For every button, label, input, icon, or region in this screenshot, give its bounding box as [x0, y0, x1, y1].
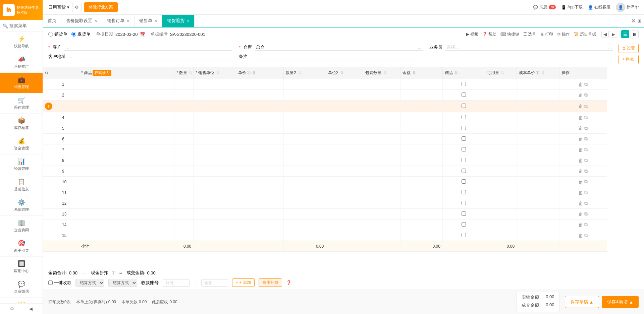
- copy-row-btn[interactable]: ⧉: [584, 147, 588, 152]
- gift-checkbox[interactable]: [462, 222, 466, 227]
- settings-bottom-icon[interactable]: ⚙: [10, 306, 14, 311]
- cell-product[interactable]: [79, 101, 174, 112]
- copy-row-btn[interactable]: ⧉: [584, 222, 588, 228]
- sidebar-item-operation[interactable]: 📊 经营管理: [0, 154, 43, 175]
- add-button[interactable]: + + 添加: [232, 278, 255, 287]
- online-service-button[interactable]: 👤 在线客服: [588, 4, 610, 10]
- delete-row-btn[interactable]: 🗑: [578, 104, 583, 109]
- address-input[interactable]: [70, 54, 231, 59]
- customer-input-wrapper[interactable]: [64, 44, 232, 51]
- th-qty[interactable]: * 数量 ⇅: [174, 67, 194, 79]
- radio-delivery[interactable]: 销货单: [48, 31, 67, 37]
- sidebar-item-inventory[interactable]: 📦 库存核算: [0, 114, 43, 134]
- tab-home[interactable]: 首页: [43, 15, 61, 27]
- delete-row-btn[interactable]: 🗑: [578, 125, 583, 131]
- user-profile[interactable]: 👤 徐泽华: [616, 3, 639, 12]
- sidebar-search[interactable]: 🔍 搜索菜单: [0, 20, 43, 32]
- address-input-wrapper[interactable]: [68, 53, 232, 60]
- one-click-pay-input[interactable]: [48, 280, 53, 285]
- gift-checkbox[interactable]: [462, 190, 466, 194]
- message-button[interactable]: 💬 消息 70: [533, 4, 556, 10]
- breadcrumb[interactable]: 日用百货 ▾: [48, 4, 69, 10]
- copy-row-btn[interactable]: ⧉: [584, 158, 588, 163]
- cell-qty[interactable]: [174, 90, 194, 101]
- th-available[interactable]: 可用量 ⇅: [485, 67, 517, 79]
- collapse-icon[interactable]: ◀: [29, 306, 33, 311]
- gift-checkbox[interactable]: [462, 115, 466, 119]
- tab-menu-icon[interactable]: ⊞: [638, 18, 641, 23]
- sidebar-item-finance[interactable]: 💰 资金管理: [0, 134, 43, 154]
- cell-qty2[interactable]: [283, 101, 326, 112]
- cell-gift[interactable]: [442, 90, 485, 101]
- add-row-button[interactable]: +: [45, 103, 52, 110]
- copy-row-btn[interactable]: ⧉: [584, 136, 588, 142]
- th-gift[interactable]: 赠品 ⇅: [442, 67, 485, 79]
- experience-button[interactable]: 体验行业方案: [84, 2, 118, 12]
- tab-price-settings-close[interactable]: ✕: [94, 19, 97, 23]
- cell-available[interactable]: [485, 79, 517, 90]
- gift-checkbox[interactable]: [462, 233, 466, 237]
- th-price[interactable]: 单价 ⓘ ⇅: [236, 67, 283, 79]
- gift-checkbox[interactable]: [462, 179, 466, 184]
- header-settings-button[interactable]: ⚙: [72, 3, 82, 12]
- product-input[interactable]: [81, 82, 172, 87]
- cell-unit[interactable]: [194, 101, 236, 112]
- cell-qty2[interactable]: [283, 90, 326, 101]
- salesperson-input[interactable]: [446, 45, 608, 50]
- th-qty2[interactable]: 数量2 ⇅: [283, 67, 326, 79]
- copy-row-btn[interactable]: ⧉: [584, 125, 588, 131]
- copy-row-btn[interactable]: ⧉: [584, 200, 588, 206]
- sidebar-item-guide[interactable]: 🎯 新手引导: [0, 236, 43, 257]
- feiyi-button[interactable]: 费用分摊: [259, 278, 282, 287]
- copy-row-btn[interactable]: ⧉: [584, 104, 588, 109]
- prev-record-btn[interactable]: ◀: [601, 31, 609, 38]
- th-unit[interactable]: * 销售单位 ⇅: [194, 67, 236, 79]
- toolbar-select[interactable]: ☰ 选单: [523, 32, 536, 37]
- cell-gift[interactable]: [442, 79, 485, 90]
- cell-unit[interactable]: [194, 90, 236, 101]
- active-product-input[interactable]: [81, 104, 172, 109]
- copy-row-btn[interactable]: ⧉: [584, 81, 588, 87]
- sidebar-item-apps[interactable]: 🔲 应用中心: [0, 257, 43, 277]
- calendar-icon[interactable]: 📅: [140, 32, 145, 37]
- tab-sales-delivery[interactable]: 销售单 ✕: [135, 15, 162, 27]
- copy-row-btn[interactable]: ⧉: [584, 115, 588, 120]
- gift-checkbox[interactable]: [462, 211, 466, 216]
- scan-input-button[interactable]: 扫码录入: [93, 70, 111, 76]
- tab-sales-return[interactable]: 销货退货 ✕: [162, 15, 195, 27]
- account-input[interactable]: [163, 279, 190, 287]
- gift-checkbox[interactable]: [462, 169, 466, 173]
- delete-row-btn[interactable]: 🗑: [578, 115, 583, 120]
- copy-row-btn[interactable]: ⧉: [584, 179, 588, 185]
- cell-unit2[interactable]: [326, 90, 363, 101]
- calc-method-select[interactable]: 结算方式: [108, 279, 137, 287]
- tab-close-all-icon[interactable]: ✕: [631, 18, 636, 24]
- copy-row-btn[interactable]: ⧉: [584, 233, 588, 238]
- cell-pack[interactable]: [363, 90, 400, 101]
- cell-amount[interactable]: [400, 90, 442, 101]
- logistics-button[interactable]: + 物流: [619, 55, 639, 64]
- th-pack[interactable]: 包装数量 ⇅: [363, 67, 400, 79]
- sidebar-item-quick-nav[interactable]: ⚡ 快捷导航: [0, 32, 43, 52]
- sidebar-item-member[interactable]: 👑 畅会员: [0, 298, 43, 303]
- cell-add[interactable]: +: [43, 101, 60, 112]
- radio-return-input[interactable]: [71, 32, 76, 37]
- cell-product[interactable]: [79, 90, 174, 101]
- toolbar-shortcut[interactable]: ⌨ 快捷键: [500, 32, 519, 37]
- cell-qty2[interactable]: [283, 79, 326, 90]
- sidebar-item-basic[interactable]: 📋 基础信息: [0, 175, 43, 195]
- save-draft-button[interactable]: 保存草稿 ▲: [565, 296, 599, 308]
- gift-checkbox[interactable]: [462, 158, 466, 162]
- tab-sales-return-close[interactable]: ✕: [186, 19, 190, 23]
- settlement-method-select[interactable]: 结算方式: [75, 279, 104, 287]
- next-record-btn[interactable]: ▶: [610, 31, 617, 38]
- th-cost[interactable]: 成本单价 ⓘ ⇅: [517, 67, 559, 79]
- cell-pack[interactable]: [363, 79, 400, 90]
- sidebar-item-wechat[interactable]: 💬 企业微信: [0, 277, 43, 298]
- cell-amount[interactable]: [400, 101, 442, 112]
- delete-row-btn[interactable]: 🗑: [578, 222, 583, 228]
- delete-row-btn[interactable]: 🗑: [578, 179, 583, 185]
- cell-cost[interactable]: [517, 79, 559, 90]
- toolbar-video[interactable]: ▶ 视频: [466, 32, 478, 37]
- cell-pack[interactable]: [363, 101, 400, 112]
